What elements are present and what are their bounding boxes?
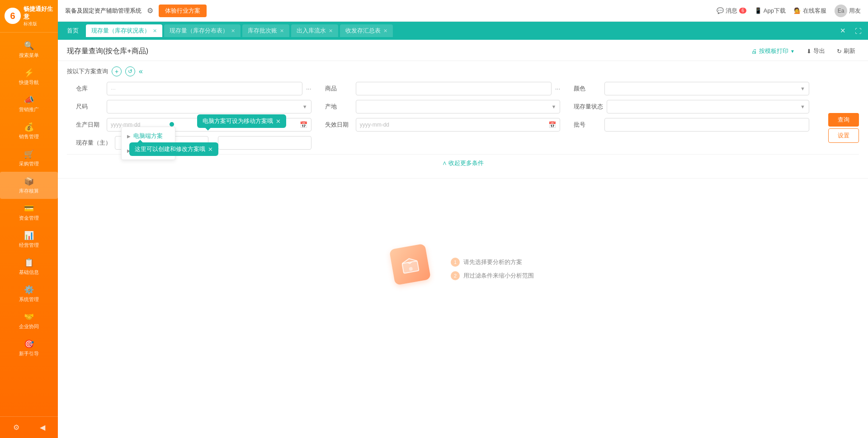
sidebar-item-guide[interactable]: 🎯 新手引导 (0, 334, 58, 362)
tab-close-inout[interactable]: ✕ (329, 28, 333, 34)
experience-btn[interactable]: 体验行业方案 (159, 5, 207, 17)
stock-max-input[interactable] (218, 136, 311, 150)
sidebar-item-search[interactable]: 🔍 搜索菜单 (0, 36, 58, 63)
tooltip-edit-close[interactable]: ✕ (208, 146, 213, 153)
warehouse-filter-row: 仓库 ··· ··· (76, 82, 311, 95)
finance-icon: 💳 (24, 203, 34, 213)
tab-inventory-dist-label: 现存量（库存分布表） (170, 27, 228, 35)
export-btn[interactable]: ⬇ 导出 (803, 45, 829, 57)
sidebar-item-system[interactable]: ⚙️ 系统管理 (0, 280, 58, 307)
size-select[interactable]: ▼ (107, 100, 311, 113)
export-icon: ⬇ (807, 48, 811, 55)
color-label: 颜色 (574, 85, 601, 93)
print-btn[interactable]: 🖨 按模板打印 ▼ (748, 45, 798, 57)
tab-close-all-btn[interactable]: ✕ (837, 26, 849, 36)
expiry-date-filter-row: 失效日期 yyyy-mm-dd 📅 (325, 118, 561, 132)
main-area: 装备及固定资产辅助管理系统 ⚙ 体验行业方案 💬 消息 6 📱 App下载 💁 … (58, 0, 868, 438)
refresh-btn[interactable]: ↻ 刷新 (833, 45, 859, 57)
filter-area: 按以下方案查询 + ↺ « ▶ 电脑端方案 ▶ 移动端方案 (58, 61, 868, 179)
tab-home[interactable]: 首页 (61, 24, 84, 37)
gear-button[interactable]: ⚙ (147, 6, 153, 15)
sidebar-item-finance[interactable]: 💳 资金管理 (0, 199, 58, 226)
tab-fullscreen-btn[interactable]: ⛶ (852, 26, 864, 36)
sidebar: 6 畅捷通好生意 标准版 🔍 搜索菜单 ⚡ 快捷导航 📣 营销推广 💰 销售管理… (0, 0, 58, 438)
tab-close-inventory-dist[interactable]: ✕ (231, 28, 235, 34)
warehouse-more-icon[interactable]: ··· (306, 85, 311, 92)
filter-header: 按以下方案查询 + ↺ « (67, 66, 859, 76)
desktop-scheme-item[interactable]: ▶ 电脑端方案 (122, 130, 175, 142)
stock-status-arrow-icon: ▼ (800, 104, 805, 109)
stock-status-select[interactable]: ▼ (607, 100, 809, 113)
empty-icon-box (389, 244, 431, 286)
user-profile[interactable]: Ea 用友 (835, 5, 861, 17)
sidebar-item-sales[interactable]: 💰 销售管理 (0, 118, 58, 145)
origin-filter-row: 产地 ▼ (325, 100, 561, 113)
tab-close-collect[interactable]: ✕ (383, 28, 387, 34)
support-icon: 💁 (794, 7, 801, 14)
sidebar-item-operations[interactable]: 📊 经营管理 (0, 226, 58, 253)
system-icon: ⚙️ (24, 285, 34, 295)
support-action[interactable]: 💁 在线客服 (794, 7, 826, 15)
filter-add-btn[interactable]: + (112, 66, 122, 76)
reset-button[interactable]: 设置 (828, 128, 859, 143)
logo-icon: 6 (5, 8, 21, 24)
app-download-action[interactable]: 📱 App下载 (755, 7, 786, 15)
tab-inventory-status[interactable]: 现存量（库存状况表） ✕ (86, 24, 162, 37)
batch-input[interactable] (604, 118, 809, 132)
color-arrow-icon: ▼ (800, 86, 805, 91)
avatar: Ea (835, 5, 847, 17)
tab-collect[interactable]: 收发存汇总表 ✕ (340, 24, 393, 37)
guide-icon: 🎯 (24, 339, 34, 349)
tabs-bar: 首页 现存量（库存状况表） ✕ 现存量（库存分布表） ✕ 库存批次账 ✕ 出入库… (58, 22, 868, 40)
tooltip-desktop-close[interactable]: ✕ (276, 118, 281, 125)
warehouse-label: 仓库 (76, 85, 103, 93)
print-icon: 🖨 (751, 48, 757, 55)
tooltip-edit-scheme: 这里可以创建和修改方案哦 ✕ (129, 142, 218, 156)
arrow-icon: ▶ (127, 134, 131, 139)
sidebar-item-quicknav[interactable]: ⚡ 快捷导航 (0, 63, 58, 90)
settings-bottom-btn[interactable]: ⚙ (11, 421, 21, 433)
product-select[interactable] (356, 82, 552, 95)
operations-icon: 📊 (24, 231, 34, 240)
empty-tip-1: 1 请先选择要分析的方案 (451, 258, 534, 267)
tab-inout-label: 出入库流水 (297, 27, 326, 35)
chevron-up-icon: ∧ (442, 160, 447, 166)
message-action[interactable]: 💬 消息 6 (717, 7, 746, 15)
enterprise-icon: 🤝 (24, 312, 34, 322)
sidebar-item-purchase[interactable]: 🛒 采购管理 (0, 145, 58, 172)
lightning-icon: ⚡ (24, 68, 34, 78)
sidebar-item-marketing[interactable]: 📣 营销推广 (0, 90, 58, 118)
content-area: 现存量查询(按仓库+商品) 🖨 按模板打印 ▼ ⬇ 导出 ↻ 刷新 (58, 40, 868, 438)
filter-refresh-btn[interactable]: ↺ (125, 66, 135, 76)
product-more-icon[interactable]: ··· (555, 85, 561, 92)
tab-close-inventory-status[interactable]: ✕ (153, 28, 157, 34)
tab-inventory-dist[interactable]: 现存量（库存分布表） ✕ (164, 24, 241, 37)
collapse-sidebar-btn[interactable]: ◀ (38, 421, 47, 433)
tab-close-batch[interactable]: ✕ (280, 28, 284, 34)
home-tab-label: 首页 (67, 27, 79, 35)
empty-state: 1 请先选择要分析的方案 2 用过滤条件来缩小分析范围 (58, 179, 868, 359)
purchase-icon: 🛒 (24, 149, 34, 159)
sidebar-item-basic[interactable]: 📋 基础信息 (0, 253, 58, 280)
basic-icon: 📋 (24, 258, 34, 268)
stock-label: 现存量（主） (76, 139, 111, 147)
box-svg (397, 251, 423, 278)
stock-status-filter-row: 现存量状态 ▼ (574, 100, 809, 113)
color-select[interactable]: ▼ (604, 82, 809, 95)
production-date-label: 生产日期 (76, 121, 103, 129)
origin-select[interactable]: ▼ (356, 100, 561, 113)
search-button[interactable]: 查询 (828, 113, 859, 127)
sidebar-item-enterprise[interactable]: 🤝 企业协同 (0, 307, 58, 334)
sidebar-item-inventory[interactable]: 📦 库存核算 (0, 172, 58, 199)
expiry-date-label: 失效日期 (325, 121, 352, 129)
expiry-date-input[interactable]: yyyy-mm-dd 📅 (356, 118, 561, 132)
tab-inout[interactable]: 出入库流水 ✕ (291, 24, 338, 37)
dot-indicator (170, 122, 174, 127)
tab-batch[interactable]: 库存批次账 ✕ (242, 24, 289, 37)
collapse-more-btn[interactable]: ∧ 收起更多条件 (67, 154, 859, 172)
warehouse-select[interactable]: ··· (107, 82, 302, 95)
batch-label: 批号 (574, 121, 601, 129)
filter-back-btn[interactable]: « (139, 67, 143, 75)
batch-filter-row: 批号 (574, 118, 809, 132)
size-label: 尺码 (76, 103, 103, 111)
